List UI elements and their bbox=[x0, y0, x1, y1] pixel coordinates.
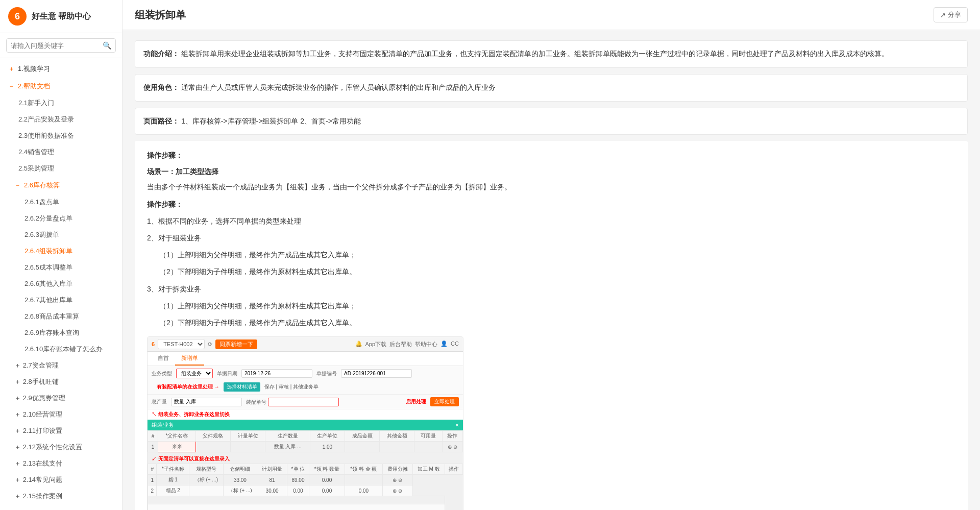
ss-user-icon: 👤 bbox=[440, 341, 448, 348]
sidebar-item-inv-error[interactable]: 2.6.10库存账本错了怎么办 bbox=[0, 341, 122, 357]
sidebar-item-cost-adjust[interactable]: 2.6.5成本调整单 bbox=[0, 259, 122, 276]
ss-bcol-ops: 操作 bbox=[445, 464, 463, 475]
sidebar-item-inventory[interactable]: － 2.6库存核算 bbox=[0, 177, 122, 194]
ss-bottom-table: # *子件名称 规格型号 仓储明细 计划用量 *单 位 *领 料 数量 *领 料… bbox=[148, 464, 463, 510]
sidebar-item-finance[interactable]: ＋ 2.7资金管理 bbox=[0, 357, 122, 374]
page-header: 组装拆卸单 ↗ 分享 bbox=[122, 0, 980, 30]
ss-bcell: 81 bbox=[257, 475, 287, 485]
ss-bom-input-area: 装配单号 bbox=[246, 398, 339, 406]
ss-number-input[interactable] bbox=[341, 369, 412, 378]
sidebar-item-other-in[interactable]: 2.6.6其他入库单 bbox=[0, 276, 122, 292]
sidebar-item-coupon[interactable]: ＋ 2.9优惠券管理 bbox=[0, 390, 122, 406]
sidebar-item-assemble[interactable]: 2.6.4组装拆卸单 bbox=[0, 243, 122, 259]
sidebar-item-help-docs[interactable]: － 2.帮助文档 bbox=[0, 78, 122, 95]
step2: 2、对于组装业务 bbox=[147, 232, 955, 245]
role-text: 通常由生产人员或库管人员来完成拆装业务的操作，库管人员确认原材料的出库和产成品的… bbox=[181, 83, 496, 91]
sidebar-item-goods-cost[interactable]: 2.6.8商品成本重算 bbox=[0, 308, 122, 325]
sidebar-item-online-pay[interactable]: ＋ 2.13在线支付 bbox=[0, 455, 122, 472]
sidebar-item-install[interactable]: 2.2产品安装及登录 bbox=[0, 111, 122, 128]
ss-col-parent-name: *父件名称 bbox=[158, 431, 196, 442]
ss-close-btn[interactable]: × bbox=[455, 422, 459, 429]
sidebar-item-ops[interactable]: ＋ 2.10经营管理 bbox=[0, 406, 122, 423]
collapse-icon-inventory: － bbox=[14, 181, 21, 190]
ss-new-btn[interactable]: 同票新增一下 bbox=[215, 339, 257, 349]
ss-number-label: 单据编号 bbox=[316, 370, 337, 377]
sidebar-item-newbie[interactable]: 2.1新手入门 bbox=[0, 95, 122, 111]
sidebar-item-system[interactable]: ＋ 2.12系统个性化设置 bbox=[0, 439, 122, 455]
ss-col-prod-qty: 生产数量 bbox=[265, 431, 310, 442]
sidebar-item-print[interactable]: ＋ 2.11打印设置 bbox=[0, 423, 122, 439]
ss-bottom-row-1: 1 糯 1 （标 (+ ...) 33.00 81 89.00 0.00 ⊕ ⊖ bbox=[148, 475, 463, 485]
sidebar-item-inventory-label: 2.6库存核算 bbox=[24, 181, 60, 190]
ss-cell bbox=[345, 442, 379, 452]
ss-empty-row bbox=[148, 496, 445, 504]
ss-bcol-num: # bbox=[148, 464, 157, 475]
ss-qty-input[interactable] bbox=[171, 398, 242, 406]
ss-qty-label: 总产量 bbox=[152, 398, 167, 405]
ss-type-select[interactable]: 组装业务 拆卸业务 bbox=[176, 369, 213, 378]
ss-type-label: 业务类型 bbox=[152, 370, 172, 377]
ss-bom-label: 装配单号 bbox=[246, 399, 266, 405]
ss-bcol-pick-qty: *领 料 数量 bbox=[309, 464, 345, 475]
logo-area: 6 好生意 帮助中心 bbox=[0, 0, 122, 33]
ss-bcol-alloc: 费用分摊 bbox=[382, 464, 412, 475]
nav-section: ＋ 1.视频学习 － 2.帮助文档 2.1新手入门 2.2产品安装及登录 2.3… bbox=[0, 58, 122, 506]
ss-refresh-icon[interactable]: ⟳ bbox=[208, 341, 212, 348]
sidebar-item-sales[interactable]: 2.4销售管理 bbox=[0, 144, 122, 160]
ss-bcol-spec: 规格型号 bbox=[189, 464, 224, 475]
ss-col-prod-amt: 成品金额 bbox=[345, 431, 379, 442]
ss-bcell: 0.00 bbox=[345, 485, 383, 496]
ss-col-other-amt: 其他金额 bbox=[380, 431, 414, 442]
ss-bcell-name2[interactable]: 糯品 2 bbox=[157, 485, 189, 496]
ss-col-prod-unit: 生产单位 bbox=[310, 431, 345, 442]
ss-bottom-row-4 bbox=[148, 504, 463, 510]
sidebar-item-video[interactable]: ＋ 1.视频学习 bbox=[0, 60, 122, 78]
sidebar-item-adjust[interactable]: 2.6.3调拨单 bbox=[0, 227, 122, 243]
sidebar-item-prep[interactable]: 2.3使用前数据准备 bbox=[0, 128, 122, 144]
ss-empty-row2 bbox=[148, 504, 445, 510]
sidebar-item-help-docs-label: 2.帮助文档 bbox=[18, 82, 50, 91]
ss-org-select[interactable]: TEST-H002 bbox=[158, 339, 205, 349]
sidebar-item-purchase[interactable]: 2.5采购管理 bbox=[0, 160, 122, 177]
sidebar-item-cases[interactable]: ＋ 2.15操作案例 bbox=[0, 488, 122, 504]
ss-nav-tabs: 自首 新增单 bbox=[148, 352, 463, 366]
ss-bcell-ops[interactable]: ⊕ ⊖ bbox=[382, 475, 412, 485]
ss-bcol-unit: *单 位 bbox=[287, 464, 309, 475]
ss-cell-name[interactable]: 米米 bbox=[158, 442, 196, 452]
sidebar-item-mobile[interactable]: ＋ 2.8手机旺铺 bbox=[0, 374, 122, 390]
sidebar-item-partial-stocktake[interactable]: 2.6.2分量盘点单 bbox=[0, 210, 122, 227]
sidebar-item-stocktake[interactable]: 2.6.1盘点单 bbox=[0, 194, 122, 210]
ss-bcell-name[interactable]: 糯 1 bbox=[157, 475, 189, 485]
search-icon[interactable]: 🔍 bbox=[103, 41, 111, 50]
ss-annotation-type-switch: ↖ 组装业务、拆卸业务在这里切换 bbox=[148, 409, 463, 420]
ss-col-available: 可用量 bbox=[414, 431, 442, 442]
ss-confirm-btn[interactable]: 立即处理 bbox=[430, 397, 459, 406]
search-input[interactable] bbox=[11, 42, 103, 50]
ss-bcol-warehouse: 仓储明细 bbox=[223, 464, 257, 475]
ss-section-title: 组装业务 bbox=[152, 421, 174, 429]
screenshot-inner: 6 TEST-H002 ⟳ 同票新增一下 🔔 App下载 后台帮助 帮助中心 👤 bbox=[148, 337, 463, 510]
ss-top-table: # *父件名称 父件规格 计量单位 生产数量 生产单位 成品金额 其他金额 可用… bbox=[148, 430, 463, 452]
sidebar-item-inv-ledger[interactable]: 2.6.9库存账本查询 bbox=[0, 325, 122, 341]
ss-top-table-wrapper: # *父件名称 父件规格 计量单位 生产数量 生产单位 成品金额 其他金额 可用… bbox=[148, 430, 463, 452]
ss-top-bar: 6 TEST-H002 ⟳ 同票新增一下 🔔 App下载 后台帮助 帮助中心 👤 bbox=[148, 337, 463, 352]
content-area: 功能介绍： 组装拆卸单用来处理企业组装或拆卸等加工业务，支持有固定装配清单的产品… bbox=[122, 30, 980, 510]
sidebar-item-faq[interactable]: ＋ 2.14常见问题 bbox=[0, 472, 122, 488]
ss-date-input[interactable] bbox=[241, 369, 312, 378]
ss-bottom-table-wrapper: ↙ 无固定清单可以直接在这里录入 # *子件名称 规格型号 仓储明细 计划用量 … bbox=[148, 454, 463, 510]
sidebar-item-other-out[interactable]: 2.6.7其他出库单 bbox=[0, 292, 122, 308]
share-button[interactable]: ↗ 分享 bbox=[934, 7, 968, 22]
ss-bell-icon: 🔔 bbox=[355, 341, 362, 348]
ss-annotation-has-config: 有装配清单的在这里处理 → bbox=[157, 383, 219, 391]
ss-form-row2: 总产量 装配单号 启用处理 立即处理 bbox=[148, 395, 463, 409]
ss-app-label: App下载 bbox=[365, 341, 387, 348]
path-label: 页面路径： bbox=[143, 117, 179, 125]
ss-cell-ops[interactable]: ⊕ ⊖ bbox=[442, 442, 462, 452]
ss-bom-input[interactable] bbox=[268, 398, 339, 406]
ss-bcell-ops2[interactable]: ⊕ ⊖ bbox=[382, 485, 412, 496]
ss-col-unit: 计量单位 bbox=[231, 431, 265, 442]
ss-tab-home[interactable]: 自首 bbox=[152, 352, 175, 366]
ss-cell bbox=[231, 442, 265, 452]
ss-tab-new[interactable]: 新增单 bbox=[175, 352, 204, 366]
ss-select-bom-btn[interactable]: 选择材料清单 bbox=[224, 382, 260, 392]
